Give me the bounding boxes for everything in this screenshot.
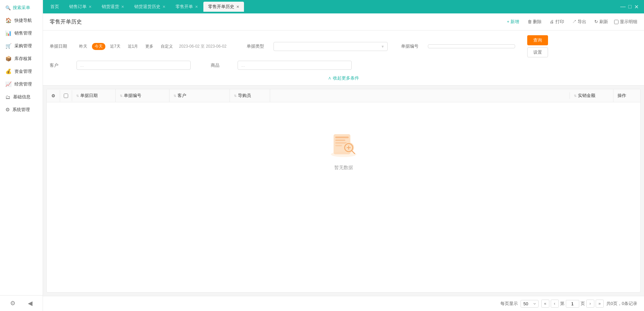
date-btn-custom[interactable]: 自定义 <box>158 43 176 50</box>
date-btn-yesterday[interactable]: 昨天 <box>77 43 90 50</box>
base-info-icon: 🗂 <box>5 94 10 100</box>
home-icon: 🏠 <box>5 17 12 23</box>
sidebar-item-sales-mgmt[interactable]: 📊 销售管理 <box>0 27 43 40</box>
th-num: ⇅ 单据编号 <box>116 89 169 102</box>
window-controls: — □ ✕ <box>620 4 641 10</box>
filter-area: 单据日期 昨天 今天 近7天 近1月 更多 自定义 2023-06-02 至 2… <box>43 31 644 86</box>
refresh-button[interactable]: ↻ 刷新 <box>592 17 610 26</box>
delete-button[interactable]: 🗑 删除 <box>526 17 544 26</box>
sys-mgmt-icon: ⚙ <box>5 107 10 113</box>
date-filter-label: 单据日期 <box>50 43 70 49</box>
sidebar-item-finance[interactable]: 💰 资金管理 <box>0 65 43 78</box>
next-page-button[interactable]: › <box>586 300 594 308</box>
goods-filter-input[interactable]: ... <box>238 61 352 70</box>
svg-rect-2 <box>335 137 349 138</box>
query-button[interactable]: 查询 <box>527 35 548 45</box>
sidebar-item-operations[interactable]: 📈 经营管理 <box>0 78 43 91</box>
tab-close-sales-return[interactable]: ✕ <box>121 5 124 9</box>
setting-button[interactable]: 设置 <box>527 47 548 57</box>
date-btn-7days[interactable]: 近7天 <box>107 43 123 50</box>
th-check[interactable] <box>60 90 72 101</box>
collapse-sidebar-icon[interactable]: ◀ <box>28 300 33 307</box>
print-button[interactable]: 🖨 打印 <box>548 17 566 26</box>
sidebar-label-base-info: 基础信息 <box>13 94 31 100</box>
sidebar-item-base-info[interactable]: 🗂 基础信息 <box>0 91 43 103</box>
th-amount: ⇅ 实销金额 <box>570 89 613 102</box>
select-all-checkbox[interactable] <box>64 94 68 98</box>
detail-checkbox-input[interactable] <box>614 20 618 24</box>
sort-guide-icon[interactable]: ⇅ <box>234 94 237 98</box>
sidebar-bottom: ⚙ ◀ <box>0 295 43 311</box>
pagination-bar: 每页显示 10 20 50 100 « ‹ 第 页 › » 共0页，0条记录 <box>43 296 644 311</box>
sort-date-icon[interactable]: ⇅ <box>76 94 79 98</box>
customer-filter-label: 客户 <box>50 62 70 68</box>
finance-icon: 💰 <box>5 68 12 74</box>
date-btn-more[interactable]: 更多 <box>143 43 156 50</box>
last-page-button[interactable]: » <box>596 300 604 308</box>
tab-sales-return-history[interactable]: 销货退货历史 ✕ <box>130 2 170 12</box>
num-filter-input[interactable] <box>428 44 515 48</box>
empty-illustration <box>327 129 360 159</box>
total-text: 共0页，0条记录 <box>606 301 637 307</box>
date-btn-today[interactable]: 今天 <box>92 43 105 50</box>
tab-retail-open[interactable]: 零售开单 ✕ <box>171 2 203 12</box>
type-filter-select[interactable]: ▾ <box>274 42 388 51</box>
type-filter-label: 单据类型 <box>247 43 267 49</box>
export-button[interactable]: ↗ 导出 <box>570 17 589 26</box>
tab-bar: 首页 销售订单 ✕ 销货退货 ✕ 销货退货历史 ✕ 零售开单 ✕ 零售开单历史 … <box>43 0 644 13</box>
table-header: ⚙ ⇅ 单据日期 ⇅ 单据编号 ⇅ 客户 ⇅ 导购员 ⇅ <box>47 89 640 102</box>
svg-rect-4 <box>335 142 347 144</box>
page-navigation: « ‹ 第 页 › » <box>541 300 604 308</box>
window-close[interactable]: ✕ <box>634 4 639 10</box>
tab-sales-return[interactable]: 销货退货 ✕ <box>97 2 129 12</box>
sidebar-item-quick-nav[interactable]: 🏠 快捷导航 <box>0 14 43 27</box>
svg-rect-3 <box>335 140 345 141</box>
tab-close-retail-history[interactable]: ✕ <box>236 5 239 9</box>
date-btn-1month[interactable]: 近1月 <box>125 43 141 50</box>
sidebar-label-purchase-mgmt: 采购管理 <box>14 43 32 49</box>
sort-amount-icon[interactable]: ⇅ <box>574 94 577 98</box>
per-page-select[interactable]: 10 20 50 100 <box>521 300 539 308</box>
tab-sales-order[interactable]: 销售订单 ✕ <box>64 2 96 12</box>
sidebar: 🔍 搜索采单 🏠 快捷导航 📊 销售管理 🛒 采购管理 📦 库存核算 💰 资金管… <box>0 0 43 311</box>
sort-customer-icon[interactable]: ⇅ <box>174 94 176 98</box>
page-title: 零售开单历史 <box>50 18 82 25</box>
sidebar-label-operations: 经营管理 <box>14 81 32 87</box>
prev-page-button[interactable]: ‹ <box>551 300 559 308</box>
window-maximize[interactable]: □ <box>628 4 632 10</box>
tab-home[interactable]: 首页 <box>46 2 64 12</box>
filter-row-2: 客户 ... 商品 ... <box>50 61 637 70</box>
tab-retail-history[interactable]: 零售开单历史 ✕ <box>203 2 244 12</box>
th-customer: ⇅ 客户 <box>169 89 230 102</box>
add-button[interactable]: + 新增 <box>505 17 521 26</box>
sidebar-label-quick-nav: 快捷导航 <box>14 17 32 23</box>
show-detail-checkbox[interactable]: 显示明细 <box>614 19 637 25</box>
date-range-display: 2023-06-02 至 2023-06-02 <box>179 44 226 49</box>
collapse-filter-btn[interactable]: ∧ 收起更多条件 <box>50 73 637 82</box>
per-page-label: 每页显示 <box>500 301 518 307</box>
th-date: ⇅ 单据日期 <box>72 89 116 102</box>
empty-state: 暂无数据 <box>47 102 640 198</box>
main-content: 首页 销售订单 ✕ 销货退货 ✕ 销货退货历史 ✕ 零售开单 ✕ 零售开单历史 … <box>43 0 644 311</box>
tab-close-sales-order[interactable]: ✕ <box>89 5 92 9</box>
tab-close-sales-return-history[interactable]: ✕ <box>162 5 165 9</box>
settings-bottom-icon[interactable]: ⚙ <box>10 300 15 307</box>
first-page-button[interactable]: « <box>541 300 549 308</box>
page-input[interactable] <box>566 300 579 308</box>
tab-close-retail-open[interactable]: ✕ <box>195 5 198 9</box>
svg-rect-5 <box>335 145 342 146</box>
num-filter-label: 单据编号 <box>401 43 421 49</box>
search-icon: 🔍 <box>5 5 11 10</box>
sidebar-label-sys-mgmt: 系统管理 <box>12 107 30 113</box>
sidebar-item-purchase-mgmt[interactable]: 🛒 采购管理 <box>0 40 43 52</box>
th-gear[interactable]: ⚙ <box>47 90 60 102</box>
window-minimize[interactable]: — <box>620 4 626 10</box>
sort-num-icon[interactable]: ⇅ <box>120 94 122 98</box>
header-actions: + 新增 🗑 删除 🖨 打印 ↗ 导出 ↻ 刷新 显示明细 <box>505 17 637 26</box>
customer-filter-input[interactable]: ... <box>77 61 191 70</box>
sidebar-search[interactable]: 🔍 搜索采单 <box>0 0 43 14</box>
sidebar-item-sys-mgmt[interactable]: ⚙ 系统管理 <box>0 103 43 116</box>
th-action: 操作 <box>613 89 640 102</box>
filter-row-1: 单据日期 昨天 今天 近7天 近1月 更多 自定义 2023-06-02 至 2… <box>50 35 637 57</box>
sidebar-item-inventory[interactable]: 📦 库存核算 <box>0 52 43 65</box>
